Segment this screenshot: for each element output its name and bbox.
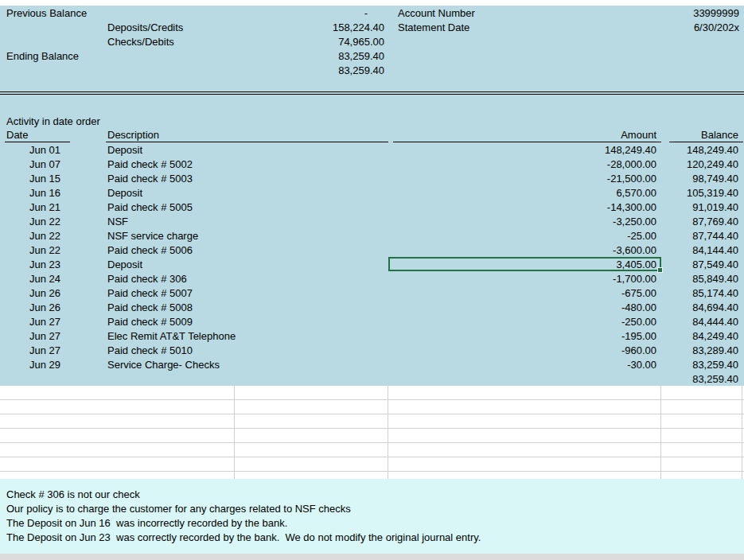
header-date[interactable]: Date — [5, 128, 70, 142]
activity-title[interactable]: Activity in date order — [6, 115, 100, 127]
cell-amount[interactable]: -480.00 — [388, 300, 661, 314]
cell-balance[interactable]: 87,769.40 — [661, 216, 743, 228]
cell-balance[interactable]: 84,249.40 — [661, 330, 743, 342]
cell-date[interactable]: Jun 24 — [0, 273, 70, 285]
cell-amount[interactable]: 3,405.00 — [388, 257, 661, 271]
cell-balance[interactable]: 87,549.40 — [661, 259, 743, 270]
cell-description[interactable]: Paid check # 5006 — [106, 244, 388, 256]
table-row: Jun 26Paid check # 5007-675.0085,174.40 — [0, 286, 744, 300]
previous-balance-label[interactable]: Previous Balance — [0, 7, 106, 19]
cell-description[interactable]: NSF service charge — [106, 230, 388, 242]
summary-value-cell: - — [106, 7, 388, 19]
cell-description[interactable]: Paid check # 5002 — [106, 158, 388, 170]
cell-description[interactable]: Deposit — [106, 187, 388, 199]
cell-description[interactable]: Elec Remit AT&T Telephone — [106, 330, 388, 342]
cell-balance[interactable]: 120,249.40 — [661, 158, 743, 170]
cell-date[interactable]: Jun 21 — [0, 201, 70, 213]
spacer-row — [0, 95, 744, 114]
cell-amount[interactable]: -3,250.00 — [388, 214, 661, 228]
cell-date[interactable]: Jun 29 — [0, 359, 70, 371]
cell-balance[interactable]: 83,289.40 — [661, 344, 743, 356]
account-number-label[interactable]: Account Number — [388, 7, 661, 19]
ending-balance-repeat-value[interactable]: 83,259.40 — [338, 64, 384, 76]
cell-balance[interactable]: 84,144.40 — [661, 244, 743, 256]
empty-row[interactable] — [0, 443, 744, 457]
header-description[interactable]: Description — [106, 128, 388, 142]
note-line[interactable]: The Deposit on Jun 23 was correctly reco… — [6, 530, 744, 544]
cell-balance[interactable]: 84,694.40 — [661, 301, 743, 313]
cell-amount[interactable]: -195.00 — [388, 329, 661, 343]
cell-description[interactable]: Paid check # 5008 — [106, 301, 388, 313]
cell-balance[interactable]: 83,259.40 — [661, 359, 743, 371]
checks-debits-label[interactable]: Checks/Debits — [107, 36, 174, 48]
cell-description[interactable]: Deposit — [106, 144, 388, 156]
cell-date[interactable]: Jun 27 — [0, 344, 70, 356]
cell-amount[interactable]: 6,570.00 — [388, 185, 661, 200]
empty-row[interactable] — [0, 414, 744, 429]
empty-row[interactable] — [0, 386, 744, 400]
cell-description[interactable]: Paid check # 5005 — [106, 201, 388, 213]
summary-value-cell: Deposits/Credits 158,224.40 — [106, 21, 388, 33]
cell-description[interactable]: Paid check # 306 — [106, 273, 388, 285]
empty-row[interactable] — [0, 429, 744, 443]
ending-balance-value[interactable]: 83,259.40 — [338, 50, 384, 62]
cell-description[interactable]: Paid check # 5007 — [106, 287, 388, 299]
note-line[interactable]: Our policy is to charge the customer for… — [6, 501, 744, 515]
cell-balance[interactable]: 87,744.40 — [661, 230, 743, 242]
cell-amount[interactable]: -14,300.00 — [388, 200, 661, 214]
account-number-value[interactable]: 33999999 — [661, 7, 743, 19]
cell-description[interactable]: Paid check # 5003 — [106, 173, 388, 185]
statement-date-label[interactable]: Statement Date — [388, 21, 661, 33]
cell-balance[interactable]: 85,174.40 — [661, 287, 743, 299]
empty-row[interactable] — [0, 457, 744, 472]
table-row: Jun 26Paid check # 5008-480.0084,694.40 — [0, 300, 744, 314]
cell-description[interactable]: Service Charge- Checks — [106, 359, 388, 371]
cell-balance[interactable]: 85,849.40 — [661, 273, 743, 285]
cell-amount[interactable]: -28,000.00 — [388, 157, 661, 171]
header-amount[interactable]: Amount — [393, 128, 661, 142]
cell-amount[interactable]: -675.00 — [388, 286, 661, 300]
cell-amount[interactable]: -25.00 — [388, 228, 661, 243]
table-row: Jun 27Elec Remit AT&T Telephone-195.0084… — [0, 329, 744, 343]
cell-description[interactable]: Deposit — [106, 259, 388, 270]
empty-row[interactable] — [0, 400, 744, 414]
cell-date[interactable]: Jun 22 — [0, 244, 70, 256]
cell-amount[interactable]: -3,600.00 — [388, 243, 661, 257]
cell-amount[interactable]: -960.00 — [388, 343, 661, 357]
cell-amount[interactable]: -250.00 — [388, 314, 661, 329]
cell-date[interactable]: Jun 23 — [0, 259, 70, 270]
cell-date[interactable]: Jun 27 — [0, 330, 70, 342]
cell-description[interactable]: NSF — [106, 216, 388, 228]
cell-amount[interactable]: -1,700.00 — [388, 271, 661, 286]
cell-date[interactable]: Jun 15 — [0, 173, 70, 185]
ending-balance-label[interactable]: Ending Balance — [0, 50, 106, 62]
cell-date[interactable]: Jun 26 — [0, 301, 70, 313]
cell-amount[interactable]: -30.00 — [388, 357, 661, 371]
checks-debits-value[interactable]: 74,965.00 — [338, 36, 384, 48]
note-line[interactable]: Check # 306 is not our check — [6, 487, 744, 501]
cell-balance[interactable]: 84,444.40 — [661, 316, 743, 328]
header-balance[interactable]: Balance — [669, 128, 743, 142]
note-line[interactable]: The Deposit on Jun 16 was incorrectly re… — [6, 515, 744, 530]
cell-balance[interactable]: 98,749.40 — [661, 173, 743, 185]
deposits-credits-value[interactable]: 158,224.40 — [333, 21, 384, 33]
deposits-credits-label[interactable]: Deposits/Credits — [107, 21, 183, 33]
previous-balance-value[interactable]: - — [364, 7, 384, 19]
cell-balance[interactable]: 105,319.40 — [661, 187, 743, 199]
empty-row[interactable] — [0, 472, 744, 479]
cell-date[interactable]: Jun 27 — [0, 316, 70, 328]
cell-amount[interactable]: 148,249.40 — [388, 142, 661, 157]
cell-description[interactable]: Paid check # 5010 — [106, 344, 388, 356]
cell-balance[interactable]: 91,019.40 — [661, 201, 743, 213]
cell-description[interactable]: Paid check # 5009 — [106, 316, 388, 328]
cell-date[interactable]: Jun 01 — [0, 144, 70, 156]
cell-date[interactable]: Jun 22 — [0, 216, 70, 228]
cell-amount[interactable]: -21,500.00 — [388, 171, 661, 185]
statement-date-value[interactable]: 6/30/202x — [661, 21, 743, 33]
cell-date[interactable]: Jun 16 — [0, 187, 70, 199]
cell-balance[interactable]: 148,249.40 — [661, 144, 743, 156]
cell-date[interactable]: Jun 07 — [0, 158, 70, 170]
final-balance-value[interactable]: 83,259.40 — [661, 373, 743, 385]
cell-date[interactable]: Jun 26 — [0, 287, 70, 299]
cell-date[interactable]: Jun 22 — [0, 230, 70, 242]
